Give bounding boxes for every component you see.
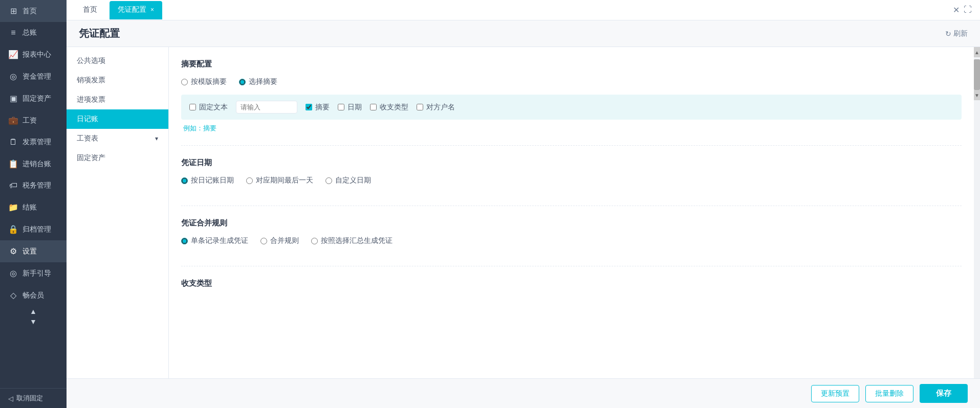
page-title: 凭证配置	[79, 27, 120, 40]
nav-item-fixed-assets-label: 固定资产	[77, 153, 105, 163]
home-icon: ⊞	[8, 6, 18, 16]
income-type-title: 收支类型	[181, 279, 962, 288]
sidebar-item-settings[interactable]: ⚙ 设置	[0, 240, 67, 262]
radio-journal-date-input[interactable]	[181, 177, 188, 184]
sidebar-item-label: 首页	[23, 7, 37, 16]
window-close-icon[interactable]: ✕	[953, 5, 960, 15]
checkbox-date-input[interactable]	[338, 104, 344, 110]
radio-merge-rules-input[interactable]	[260, 238, 267, 244]
sidebar-item-archive[interactable]: 🔒 归档管理	[0, 218, 67, 240]
unpin-button[interactable]: ◁ 取消固定	[0, 388, 67, 408]
radio-custom-date-input[interactable]	[325, 177, 332, 184]
tab-voucher-config[interactable]: 凭证配置 ×	[110, 1, 162, 19]
sidebar-item-label: 资金管理	[23, 72, 51, 81]
checkbox-summary-input[interactable]	[306, 104, 312, 110]
tab-close-icon[interactable]: ×	[150, 6, 154, 13]
sidebar-item-tax[interactable]: 🏷 税务管理	[0, 175, 67, 196]
tax-icon: 🏷	[8, 181, 18, 190]
radio-period-last-day-input[interactable]	[246, 177, 253, 184]
radio-select-summary-total-label: 按照选择汇总生成凭证	[321, 236, 393, 245]
sidebar-item-member[interactable]: ◇ 畅会员	[0, 284, 67, 306]
scroll-thumb[interactable]	[974, 59, 980, 90]
radio-single-record[interactable]: 单条记录生成凭证	[181, 236, 248, 245]
sidebar-item-invoice-mgmt[interactable]: 🗒 发票管理	[0, 131, 67, 153]
sidebar-item-guide[interactable]: ◎ 新手引导	[0, 262, 67, 284]
checkbox-date[interactable]: 日期	[338, 103, 362, 112]
nav-item-public[interactable]: 公共选项	[67, 51, 168, 71]
save-button[interactable]: 保存	[920, 384, 968, 403]
radio-journal-date[interactable]: 按日记账日期	[181, 176, 234, 185]
sidebar-item-close[interactable]: 📁 结账	[0, 196, 67, 218]
tab-bar-actions: ✕ ⛶	[953, 5, 972, 15]
nav-item-payroll[interactable]: 工资表 ▾	[67, 129, 168, 148]
radio-select-summary-total-input[interactable]	[311, 238, 318, 244]
fixed-text-input[interactable]	[236, 101, 297, 114]
member-icon: ◇	[8, 290, 18, 300]
sidebar-scroll-up[interactable]: ▲	[0, 306, 67, 316]
summary-config-title: 摘要配置	[181, 59, 962, 69]
checkbox-fixed-text[interactable]: 固定文本	[189, 103, 228, 112]
bottom-bar: 更新预置 批量删除 保存	[67, 378, 980, 408]
refresh-button[interactable]: ↻ 刷新	[945, 29, 968, 38]
sidebar-item-label: 进销台账	[23, 160, 51, 169]
window-resize-icon[interactable]: ⛶	[964, 5, 972, 15]
nav-item-journal[interactable]: 日记账	[67, 109, 168, 129]
radio-select-summary-input[interactable]	[239, 79, 246, 85]
settings-icon: ⚙	[8, 246, 18, 256]
radio-select-summary-total[interactable]: 按照选择汇总生成凭证	[311, 236, 393, 245]
radio-period-last-day[interactable]: 对应期间最后一天	[246, 176, 313, 185]
sidebar: ⊞ 首页 ≡ 总账 📈 报表中心 ◎ 资金管理 ▣ 固定资产 💼 工资 🗒 发票…	[0, 0, 67, 408]
refresh-icon: ↻	[945, 30, 951, 38]
scroll-down-button[interactable]: ▼	[974, 90, 980, 100]
voucher-date-radio-group: 按日记账日期 对应期间最后一天 自定义日期	[181, 176, 962, 185]
sidebar-item-salary[interactable]: 💼 工资	[0, 109, 67, 131]
chevron-down-icon: ▾	[155, 135, 158, 142]
radio-custom-date[interactable]: 自定义日期	[325, 176, 371, 185]
close-books-icon: 📁	[8, 202, 18, 212]
tab-home[interactable]: 首页	[75, 1, 105, 19]
summary-radio-group: 按模版摘要 选择摘要	[181, 77, 962, 86]
checkbox-summary[interactable]: 摘要	[306, 103, 330, 112]
checkbox-income-type[interactable]: 收支类型	[370, 103, 408, 112]
sidebar-item-label: 设置	[23, 247, 37, 256]
checkbox-income-type-input[interactable]	[370, 104, 377, 110]
sidebar-scroll-down[interactable]: ▼	[0, 316, 67, 327]
purchase-ledger-icon: 📋	[8, 159, 18, 169]
sidebar-item-label: 畅会员	[23, 291, 44, 300]
nav-item-sales-invoice-label: 销项发票	[77, 76, 105, 85]
example-text: 例如：摘要	[183, 124, 962, 133]
radio-single-record-input[interactable]	[181, 238, 188, 244]
nav-item-purchase-invoice[interactable]: 进项发票	[67, 90, 168, 109]
sidebar-item-funds[interactable]: ◎ 资金管理	[0, 65, 67, 87]
sidebar-item-label: 工资	[23, 116, 37, 125]
checkbox-fixed-text-input[interactable]	[189, 104, 196, 110]
radio-select-summary[interactable]: 选择摘要	[239, 77, 277, 86]
scroll-up-button[interactable]: ▲	[974, 47, 980, 57]
invoice-mgmt-icon: 🗒	[8, 138, 18, 147]
sidebar-item-home[interactable]: ⊞ 首页	[0, 0, 67, 22]
update-preview-button[interactable]: 更新预置	[811, 385, 859, 402]
nav-item-sales-invoice[interactable]: 销项发票	[67, 71, 168, 90]
sidebar-item-label: 归档管理	[23, 225, 51, 234]
main-area: 首页 凭证配置 × ✕ ⛶ 凭证配置 ↻ 刷新 公共选项 销项发票 进项	[67, 0, 980, 408]
radio-merge-rules[interactable]: 合并规则	[260, 236, 299, 245]
checkbox-counterpart-label: 对方户名	[426, 103, 455, 112]
checkbox-income-type-label: 收支类型	[380, 103, 408, 112]
sidebar-item-assets[interactable]: ▣ 固定资产	[0, 87, 67, 109]
checkbox-summary-label: 摘要	[315, 103, 330, 112]
sidebar-item-report[interactable]: 📈 报表中心	[0, 43, 67, 65]
sidebar-item-purchase-ledger[interactable]: 📋 进销台账	[0, 153, 67, 175]
sidebar-item-label: 税务管理	[23, 181, 51, 190]
batch-delete-button[interactable]: 批量删除	[865, 385, 913, 402]
voucher-date-title: 凭证日期	[181, 158, 962, 168]
sidebar-item-ledger[interactable]: ≡ 总账	[0, 22, 67, 43]
checkbox-counterpart-input[interactable]	[417, 104, 423, 110]
page-header: 凭证配置 ↻ 刷新	[67, 20, 980, 47]
nav-item-fixed-assets[interactable]: 固定资产	[67, 148, 168, 168]
unpin-icon: ◁	[8, 395, 13, 402]
radio-select-summary-label: 选择摘要	[249, 77, 277, 86]
radio-template-summary[interactable]: 按模版摘要	[181, 77, 227, 86]
radio-template-summary-input[interactable]	[181, 79, 188, 85]
checkbox-counterpart[interactable]: 对方户名	[417, 103, 455, 112]
nav-item-purchase-invoice-label: 进项发票	[77, 95, 105, 104]
